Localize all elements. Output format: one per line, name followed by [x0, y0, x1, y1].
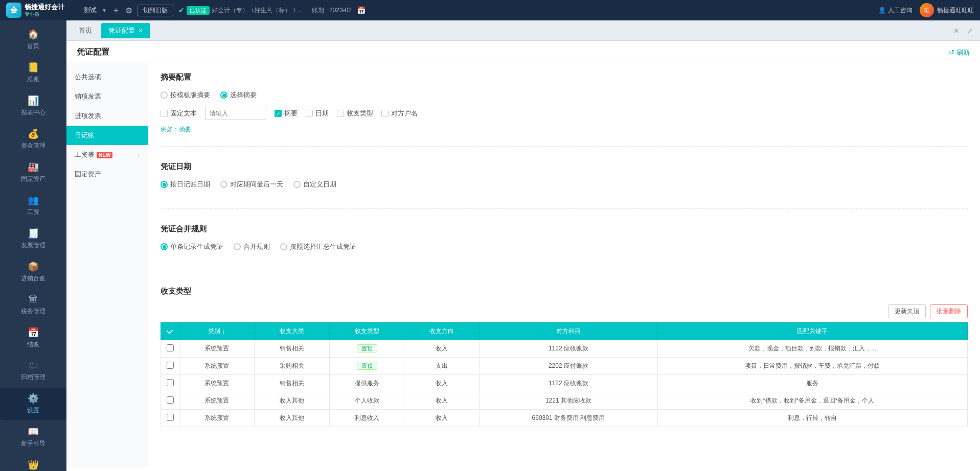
- refresh-label: 刷新: [956, 48, 970, 57]
- radio-select-summary[interactable]: 选择摘要: [220, 90, 257, 100]
- th-category[interactable]: 类别 ↓: [179, 323, 255, 340]
- left-nav-public[interactable]: 公共选项: [66, 67, 148, 87]
- voucher-date-title: 凭证日期: [161, 162, 968, 172]
- th-subject: 对方科目: [480, 323, 657, 340]
- sidebar-item-funds[interactable]: 💰 资金管理: [0, 123, 66, 155]
- inner-layout: 公共选项 销项发票 进项发票 日记账 工资表 NEW ›: [66, 62, 980, 467]
- company-arrow-icon[interactable]: ▼: [102, 8, 107, 13]
- switch-version-button[interactable]: 切到旧版: [138, 5, 173, 16]
- sidebar-label-payroll: 工资: [27, 208, 39, 217]
- sidebar-item-guide[interactable]: 📖 新手引导: [0, 421, 66, 453]
- sidebar-item-archive[interactable]: 🗂 归档管理: [0, 355, 66, 387]
- left-nav-sales-invoice[interactable]: 销项发票: [66, 87, 148, 106]
- top-tag-2[interactable]: 置顶: [357, 362, 377, 370]
- sidebar-item-closing[interactable]: 📅 结账: [0, 322, 66, 354]
- checkbox-row-4[interactable]: [167, 396, 174, 404]
- table-toolbar: 更新欠顶 批量删除: [161, 304, 968, 318]
- left-nav-fixed-assets[interactable]: 固定资产: [66, 164, 148, 184]
- refresh-button[interactable]: ↺ 刷新: [949, 48, 970, 57]
- checkbox-date[interactable]: 日期: [306, 109, 329, 118]
- row-direction-2: 支出: [404, 358, 480, 375]
- certified-badge: 已认证: [187, 6, 210, 15]
- left-nav-payroll-label: 工资表: [75, 150, 95, 159]
- radio-summary-voucher-circle: [280, 243, 287, 250]
- radio-merge-rules-circle: [234, 243, 241, 250]
- checkbox-summary[interactable]: ✓ 摘要: [275, 109, 298, 118]
- update-top-button[interactable]: 更新欠顶: [888, 304, 926, 318]
- checkbox-row-1[interactable]: [167, 344, 174, 351]
- radio-journal-date[interactable]: 按日记账日期: [161, 180, 210, 189]
- radio-period-last[interactable]: 对应期间最后一天: [220, 180, 283, 189]
- sidebar-item-tax[interactable]: 🏛 税务管理: [0, 289, 66, 321]
- row-sub-type-3: 提供服务: [329, 375, 404, 392]
- sidebar-item-member[interactable]: 👑 畅会员: [0, 454, 66, 471]
- user-menu[interactable]: 旺 畅捷通旺旺旺: [920, 3, 974, 17]
- checkbox-income-type[interactable]: 收支类型: [337, 109, 373, 118]
- checkbox-payee[interactable]: 对方户名: [381, 109, 418, 118]
- sidebar-item-purchases[interactable]: 📦 进销台账: [0, 256, 66, 288]
- header-checkbox[interactable]: [166, 328, 173, 335]
- batch-delete-button[interactable]: 批量删除: [930, 304, 968, 318]
- checkbox-row-2[interactable]: [167, 362, 174, 369]
- sidebar-item-reports[interactable]: 📊 报表中心: [0, 90, 66, 122]
- sidebar-item-invoices[interactable]: 🧾 发票管理: [0, 223, 66, 255]
- fixed-text-input[interactable]: [205, 107, 266, 120]
- checkbox-fixed-text[interactable]: 固定文本: [161, 109, 197, 118]
- radio-single-record[interactable]: 单条记录生成凭证: [161, 242, 223, 251]
- guide-icon: 📖: [28, 426, 39, 437]
- settings-nav-icon: ⚙️: [28, 393, 39, 404]
- tab-close-icon[interactable]: ✕: [138, 27, 143, 34]
- voucher-date-section: 凭证日期 按日记账日期 对应期间最后一天: [161, 162, 968, 209]
- left-nav-purchase-invoice[interactable]: 进项发票: [66, 106, 148, 126]
- row-subject-5: 660301 财务费用 利息费用: [480, 410, 657, 427]
- tabbar: 首页 凭证配置 ✕ ✕ ⤢: [66, 20, 980, 41]
- radio-summary-voucher[interactable]: 按照选择汇总生成凭证: [280, 242, 356, 251]
- invoices-icon: 🧾: [28, 228, 39, 239]
- checkbox-row-3[interactable]: [167, 379, 174, 386]
- sidebar-item-ledger[interactable]: 📒 总账: [0, 57, 66, 89]
- radio-merge-rules[interactable]: 合并规则: [234, 242, 270, 251]
- checkbox-row-5[interactable]: [167, 414, 174, 421]
- sidebar-label-reports: 报表中心: [21, 108, 45, 117]
- row-subject-2: 2202 应付账款: [480, 358, 657, 375]
- sidebar-item-settings[interactable]: ⚙️ 设置: [0, 388, 66, 420]
- radio-journal-date-label: 按日记账日期: [170, 180, 210, 189]
- checkbox-summary-label: 摘要: [284, 109, 298, 118]
- sidebar-label-purchases: 进销台账: [21, 274, 45, 283]
- add-icon[interactable]: ＋: [112, 5, 120, 16]
- maximize-icon[interactable]: ⤢: [965, 26, 975, 36]
- voucher-date-radio-group: 按日记账日期 对应期间最后一天 自定义日期: [161, 180, 968, 189]
- row-category-3: 系统预置: [179, 375, 255, 392]
- row-checkbox-4: [161, 392, 179, 410]
- username-label: 畅捷通旺旺旺: [937, 6, 974, 15]
- calendar-icon[interactable]: 📅: [357, 6, 366, 14]
- row-category-1: 系统预置: [179, 340, 255, 358]
- left-nav-public-label: 公共选项: [75, 73, 101, 82]
- service-button[interactable]: 👤 人工咨询: [878, 6, 913, 15]
- sidebar-item-assets[interactable]: 🏭 固定资产: [0, 156, 66, 189]
- page-header: 凭证配置 ↺ 刷新: [66, 41, 980, 62]
- row-main-type-5: 收入其他: [254, 410, 329, 427]
- sidebar-item-payroll[interactable]: 👥 工资: [0, 190, 66, 222]
- top-tag-1[interactable]: 置顶: [357, 344, 377, 352]
- tax-icon: 🏛: [29, 294, 38, 305]
- logo-text: 畅捷通好会计 专业版: [25, 3, 64, 17]
- radio-template-summary[interactable]: 按模板版摘要: [161, 90, 210, 100]
- summary-checkbox-row: 固定文本 ✓ 摘要 日期: [161, 107, 968, 120]
- row-direction-4: 收入: [404, 392, 480, 410]
- radio-circle-template: [161, 91, 168, 99]
- minimize-icon[interactable]: ✕: [951, 26, 962, 36]
- left-nav-payroll-table[interactable]: 工资表 NEW ›: [66, 145, 148, 164]
- radio-custom-date[interactable]: 自定义日期: [293, 180, 336, 189]
- settings-icon[interactable]: ⚙: [125, 6, 132, 15]
- left-nav-journal[interactable]: 日记账: [66, 126, 148, 145]
- sidebar-item-home[interactable]: 🏠 首页: [0, 23, 66, 56]
- company-name[interactable]: 测试: [83, 6, 97, 15]
- summary-radio-group: 按模板版摘要 选择摘要: [161, 90, 968, 100]
- avatar: 旺: [920, 3, 934, 17]
- th-sub-type: 收支类型: [329, 323, 404, 340]
- tab-home[interactable]: 首页: [72, 23, 99, 38]
- tab-voucher-label: 凭证配置: [108, 26, 135, 35]
- tab-voucher-config[interactable]: 凭证配置 ✕: [101, 23, 150, 38]
- merge-rules-radio-group: 单条记录生成凭证 合并规则 按照选择汇总生成凭证: [161, 242, 968, 251]
